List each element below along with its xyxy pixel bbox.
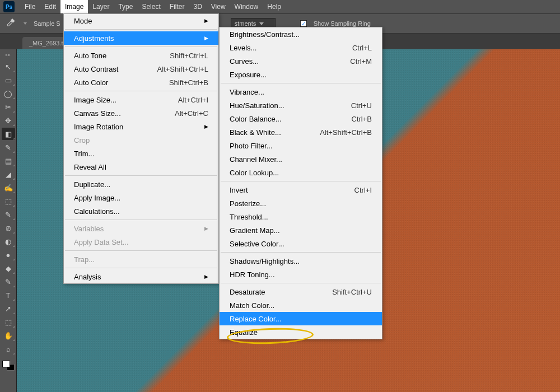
adjustments-equalize[interactable]: Equalize bbox=[220, 325, 382, 339]
tool-10[interactable]: ⬚ bbox=[2, 195, 15, 207]
menu-item-label: Trim... bbox=[74, 150, 94, 158]
adjustments-hdr-toning[interactable]: HDR Toning... bbox=[220, 268, 382, 281]
show-sampling-ring-checkbox[interactable] bbox=[300, 20, 307, 27]
tool-18[interactable]: ↗ bbox=[2, 302, 15, 315]
menu-3d[interactable]: 3D bbox=[189, 0, 206, 13]
dropdown-arrow-icon bbox=[259, 22, 264, 25]
adjustments-vibrance[interactable]: Vibrance... bbox=[220, 85, 382, 99]
image-menu-trim[interactable]: Trim... bbox=[64, 147, 218, 160]
menu-item-label: Hue/Saturation... bbox=[230, 101, 284, 110]
menu-item-label: Image Rotation bbox=[74, 123, 123, 131]
menu-item-label: Variables bbox=[74, 225, 104, 233]
image-menu-trap: Trap... bbox=[64, 253, 218, 266]
tool-preset-dropdown-icon[interactable] bbox=[24, 22, 27, 25]
tool-17[interactable]: T bbox=[2, 289, 15, 301]
image-menu-auto-color[interactable]: Auto ColorShift+Ctrl+B bbox=[64, 76, 218, 89]
image-menu-canvas-size[interactable]: Canvas Size...Alt+Ctrl+C bbox=[64, 106, 218, 120]
tool-21[interactable]: ⌕ bbox=[2, 343, 15, 355]
menu-item-label: Apply Image... bbox=[74, 194, 120, 202]
image-menu-mode[interactable]: Mode▶ bbox=[64, 14, 218, 27]
eyedropper-icon bbox=[6, 18, 16, 29]
menu-item-label: Exposure... bbox=[230, 71, 267, 79]
adjustments-submenu: Brightness/Contrast...Levels...Ctrl+LCur… bbox=[219, 27, 382, 339]
tool-16[interactable]: ✎ bbox=[2, 276, 15, 288]
menu-item-label: Levels... bbox=[230, 44, 256, 52]
tool-3[interactable]: ✂ bbox=[2, 101, 15, 113]
adjustments-gradient-map[interactable]: Gradient Map... bbox=[220, 223, 382, 237]
menu-select[interactable]: Select bbox=[137, 0, 165, 13]
adjustments-black-white[interactable]: Black & White...Alt+Shift+Ctrl+B bbox=[220, 125, 382, 139]
adjustments-brightness-contrast[interactable]: Brightness/Contrast... bbox=[220, 27, 382, 41]
menu-layer[interactable]: Layer bbox=[88, 0, 114, 13]
menu-type[interactable]: Type bbox=[114, 0, 137, 13]
toolbox-collapse-icon[interactable]: ▸▸ bbox=[0, 53, 16, 58]
menu-view[interactable]: View bbox=[207, 0, 230, 13]
image-menu-auto-contrast[interactable]: Auto ContrastAlt+Shift+Ctrl+L bbox=[64, 62, 218, 76]
adjustments-invert[interactable]: InvertCtrl+I bbox=[220, 183, 382, 197]
tool-14[interactable]: ● bbox=[2, 249, 15, 261]
menu-item-label: Image Size... bbox=[74, 96, 116, 104]
adjustments-channel-mixer[interactable]: Channel Mixer... bbox=[220, 152, 382, 166]
image-menu-apply-image[interactable]: Apply Image... bbox=[64, 191, 218, 204]
image-menu-reveal-all[interactable]: Reveal All bbox=[64, 160, 218, 174]
tool-12[interactable]: ⎚ bbox=[2, 222, 15, 234]
image-menu-calculations[interactable]: Calculations... bbox=[64, 204, 218, 218]
menu-shortcut: Alt+Ctrl+C bbox=[175, 109, 208, 118]
tool-19[interactable]: ⬚ bbox=[2, 316, 15, 328]
menu-item-label: HDR Toning... bbox=[230, 270, 275, 279]
menubar[interactable]: Ps FileEditImageLayerTypeSelectFilter3DV… bbox=[0, 0, 560, 13]
adjustments-photo-filter[interactable]: Photo Filter... bbox=[220, 139, 382, 152]
tool-0[interactable]: ↖ bbox=[2, 60, 15, 73]
adjustments-color-lookup[interactable]: Color Lookup... bbox=[220, 166, 382, 179]
image-menu-auto-tone[interactable]: Auto ToneShift+Ctrl+L bbox=[64, 49, 218, 62]
menu-help[interactable]: Help bbox=[263, 0, 286, 13]
adjustments-match-color[interactable]: Match Color... bbox=[220, 298, 382, 312]
tool-4[interactable]: ✥ bbox=[2, 114, 15, 127]
image-menu-adjustments[interactable]: Adjustments▶ bbox=[64, 31, 218, 45]
adjustments-hue-saturation[interactable]: Hue/Saturation...Ctrl+U bbox=[220, 99, 382, 112]
menu-item-label: Gradient Map... bbox=[230, 226, 280, 235]
tool-11[interactable]: ✎ bbox=[2, 208, 15, 221]
tool-20[interactable]: ✋ bbox=[2, 329, 15, 342]
image-menu-image-rotation[interactable]: Image Rotation▶ bbox=[64, 120, 218, 133]
adjustments-replace-color[interactable]: Replace Color... bbox=[220, 312, 382, 325]
menu-image[interactable]: Image bbox=[60, 0, 88, 13]
tool-13[interactable]: ◐ bbox=[2, 235, 15, 248]
tool-1[interactable]: ▭ bbox=[2, 74, 15, 86]
document-tab-1[interactable]: _MG_2693.t bbox=[22, 37, 70, 49]
tool-6[interactable]: ✎ bbox=[2, 141, 15, 153]
adjustments-color-balance[interactable]: Color Balance...Ctrl+B bbox=[220, 112, 382, 125]
menu-shortcut: Alt+Shift+Ctrl+L bbox=[157, 65, 208, 73]
adjustments-exposure[interactable]: Exposure... bbox=[220, 68, 382, 81]
tool-9[interactable]: ✍ bbox=[2, 181, 15, 194]
image-menu-image-size[interactable]: Image Size...Alt+Ctrl+I bbox=[64, 93, 218, 106]
menu-item-label: Selective Color... bbox=[230, 240, 284, 248]
menu-item-label: Analysis bbox=[74, 273, 101, 281]
image-menu-duplicate[interactable]: Duplicate... bbox=[64, 178, 218, 191]
menu-edit[interactable]: Edit bbox=[40, 0, 60, 13]
tool-2[interactable]: ◯ bbox=[2, 87, 15, 100]
menu-filter[interactable]: Filter bbox=[165, 0, 189, 13]
tool-8[interactable]: ◢ bbox=[2, 168, 15, 180]
menu-item-label: Match Color... bbox=[230, 301, 274, 310]
menu-shortcut: Alt+Ctrl+I bbox=[178, 96, 208, 104]
menu-file[interactable]: File bbox=[20, 0, 40, 13]
adjustments-levels[interactable]: Levels...Ctrl+L bbox=[220, 41, 382, 54]
tool-5[interactable]: ◧ bbox=[2, 128, 15, 140]
menu-item-label: Channel Mixer... bbox=[230, 155, 282, 164]
adjustments-desaturate[interactable]: DesaturateShift+Ctrl+U bbox=[220, 285, 382, 298]
menu-item-label: Invert bbox=[230, 186, 248, 194]
adjustments-selective-color[interactable]: Selective Color... bbox=[220, 237, 382, 250]
menu-window[interactable]: Window bbox=[230, 0, 263, 13]
adjustments-curves[interactable]: Curves...Ctrl+M bbox=[220, 54, 382, 68]
image-menu-analysis[interactable]: Analysis▶ bbox=[64, 270, 218, 283]
foreground-color-swatch[interactable] bbox=[2, 361, 10, 367]
tool-7[interactable]: ▤ bbox=[2, 155, 15, 167]
tool-15[interactable]: ◆ bbox=[2, 262, 15, 274]
adjustments-threshold[interactable]: Threshold... bbox=[220, 210, 382, 223]
adjustments-posterize[interactable]: Posterize... bbox=[220, 197, 382, 210]
toolbox: ▸▸ ↖▭◯✂✥◧✎▤◢✍⬚✎⎚◐●◆✎T↗⬚✋⌕ bbox=[0, 49, 17, 392]
color-swatches[interactable] bbox=[2, 361, 15, 371]
menu-item-label: Desaturate bbox=[230, 288, 265, 296]
adjustments-shadows-highlights[interactable]: Shadows/Highlights... bbox=[220, 254, 382, 268]
